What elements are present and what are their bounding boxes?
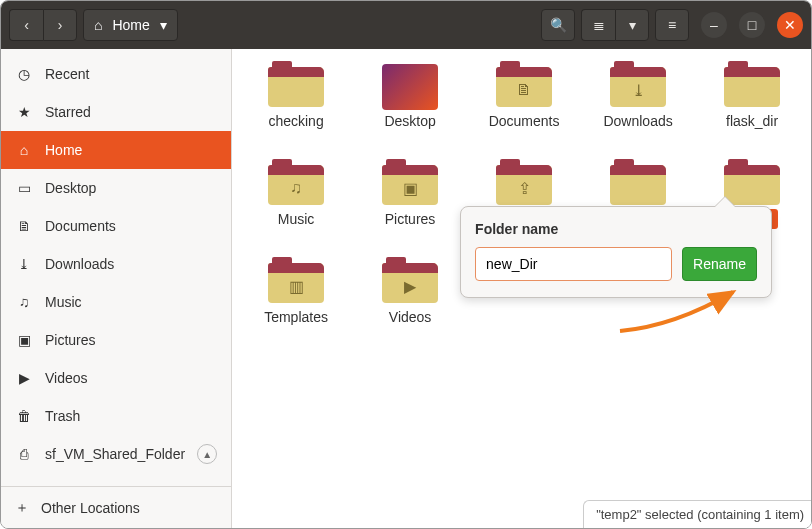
chevron-right-icon: › [58, 17, 63, 33]
trash-icon: 🗑 [15, 408, 33, 424]
close-button[interactable]: ✕ [777, 12, 803, 38]
folder-icon: 🗎 [496, 61, 552, 107]
sidebar-item-recent[interactable]: ◷Recent [1, 55, 231, 93]
sidebar-item-documents[interactable]: 🗎Documents [1, 207, 231, 245]
desktop-icon [382, 64, 438, 110]
sidebar-item-downloads[interactable]: ⤓Downloads [1, 245, 231, 283]
sf-vm-shared-folder-icon: ⎙ [15, 446, 33, 462]
view-dropdown-button[interactable]: ▾ [615, 9, 649, 41]
titlebar: ‹ › ⌂ Home ▾ 🔍 ≣ ▾ ≡ – □ ✕ [1, 1, 811, 49]
sidebar-item-pictures[interactable]: ▣Pictures [1, 321, 231, 359]
file-manager-window: ‹ › ⌂ Home ▾ 🔍 ≣ ▾ ≡ – □ ✕ ◷Recent★Starr… [0, 0, 812, 529]
sidebar-item-label: Recent [45, 66, 89, 82]
folder-icon: ⤓ [610, 61, 666, 107]
folder-icon: ⇪ [496, 159, 552, 205]
main-content: checkingDesktop🗎Documents⤓Downloadsflask… [232, 49, 812, 528]
pictures-icon: ▣ [15, 332, 33, 348]
sidebar-item-music[interactable]: ♫Music [1, 283, 231, 321]
grid-item-downloads[interactable]: ⤓Downloads [584, 61, 692, 131]
grid-item-label: Desktop [378, 111, 441, 131]
minimize-button[interactable]: – [701, 12, 727, 38]
sidebar-item-label: Pictures [45, 332, 96, 348]
sidebar: ◷Recent★Starred⌂Home▭Desktop🗎Documents⤓D… [1, 49, 232, 528]
sidebar-item-videos[interactable]: ▶Videos [1, 359, 231, 397]
home-icon: ⌂ [15, 142, 33, 158]
annotation-arrow [615, 286, 745, 336]
grid-item-documents[interactable]: 🗎Documents [470, 61, 578, 131]
folder-icon: ▣ [382, 159, 438, 205]
folder-icon [268, 61, 324, 107]
grid-item-label: flask_dir [720, 111, 784, 131]
other-locations[interactable]: ＋ Other Locations [1, 486, 231, 528]
hamburger-menu-button[interactable]: ≡ [655, 9, 689, 41]
sidebar-item-starred[interactable]: ★Starred [1, 93, 231, 131]
status-bar: "temp2" selected (containing 1 item) [583, 500, 812, 528]
path-label: Home [112, 17, 149, 33]
downloads-icon: ⤓ [15, 256, 33, 272]
sidebar-item-sf-vm-shared-folder[interactable]: ⎙sf_VM_Shared_Folder▲ [1, 435, 231, 473]
forward-button[interactable]: › [43, 9, 77, 41]
chevron-down-icon: ▾ [629, 17, 636, 33]
back-button[interactable]: ‹ [9, 9, 43, 41]
folder-icon: ▶ [382, 257, 438, 303]
list-icon: ≣ [593, 17, 605, 33]
search-icon: 🔍 [550, 17, 567, 33]
desktop-icon: ▭ [15, 180, 33, 196]
music-icon: ♫ [15, 294, 33, 310]
sidebar-item-label: Home [45, 142, 82, 158]
grid-item-desktop[interactable]: Desktop [356, 61, 464, 131]
rename-popover: Folder name Rename [460, 206, 772, 298]
list-view-button[interactable]: ≣ [581, 9, 615, 41]
folder-name-input[interactable] [475, 247, 672, 281]
sidebar-item-label: Starred [45, 104, 91, 120]
sidebar-item-label: Desktop [45, 180, 96, 196]
nav-group: ‹ › [9, 9, 77, 41]
sidebar-item-label: Music [45, 294, 82, 310]
plus-icon: ＋ [15, 499, 29, 517]
grid-item-label: Videos [383, 307, 438, 327]
sidebar-item-label: Videos [45, 370, 88, 386]
maximize-button[interactable]: □ [739, 12, 765, 38]
folder-icon: ♫ [268, 159, 324, 205]
maximize-icon: □ [748, 17, 756, 33]
sidebar-item-trash[interactable]: 🗑Trash [1, 397, 231, 435]
menu-icon: ≡ [668, 17, 676, 33]
chevron-left-icon: ‹ [24, 17, 29, 33]
starred-icon: ★ [15, 104, 33, 120]
popover-title: Folder name [475, 221, 757, 237]
grid-item-label: Documents [483, 111, 566, 131]
grid-item-checking[interactable]: checking [242, 61, 350, 131]
grid-item-music[interactable]: ♫Music [242, 159, 350, 229]
folder-icon [610, 159, 666, 205]
folder-icon: ▥ [268, 257, 324, 303]
grid-item-label: Templates [258, 307, 334, 327]
search-button[interactable]: 🔍 [541, 9, 575, 41]
grid-item-label: checking [262, 111, 329, 131]
close-icon: ✕ [784, 17, 796, 33]
grid-item-label: Downloads [597, 111, 678, 131]
sidebar-item-label: sf_VM_Shared_Folder [45, 446, 185, 462]
other-locations-label: Other Locations [41, 500, 140, 516]
videos-icon: ▶ [15, 370, 33, 386]
sidebar-item-label: Downloads [45, 256, 114, 272]
folder-icon [724, 61, 780, 107]
grid-item-flask-dir[interactable]: flask_dir [698, 61, 806, 131]
status-text: "temp2" selected (containing 1 item) [596, 507, 804, 522]
sidebar-item-desktop[interactable]: ▭Desktop [1, 169, 231, 207]
chevron-down-icon: ▾ [160, 17, 167, 33]
grid-item-pictures[interactable]: ▣Pictures [356, 159, 464, 229]
home-icon: ⌂ [94, 17, 102, 33]
grid-item-templates[interactable]: ▥Templates [242, 257, 350, 327]
sidebar-item-label: Trash [45, 408, 80, 424]
view-group: ≣ ▾ [581, 9, 649, 41]
grid-item-videos[interactable]: ▶Videos [356, 257, 464, 327]
grid-item-label: Pictures [379, 209, 442, 229]
pathbar[interactable]: ⌂ Home ▾ [83, 9, 178, 41]
recent-icon: ◷ [15, 66, 33, 82]
sidebar-item-home[interactable]: ⌂Home [1, 131, 231, 169]
eject-icon[interactable]: ▲ [197, 444, 217, 464]
grid-item-label: Music [272, 209, 321, 229]
body: ◷Recent★Starred⌂Home▭Desktop🗎Documents⤓D… [1, 49, 811, 528]
popover-row: Rename [475, 247, 757, 281]
rename-button[interactable]: Rename [682, 247, 757, 281]
